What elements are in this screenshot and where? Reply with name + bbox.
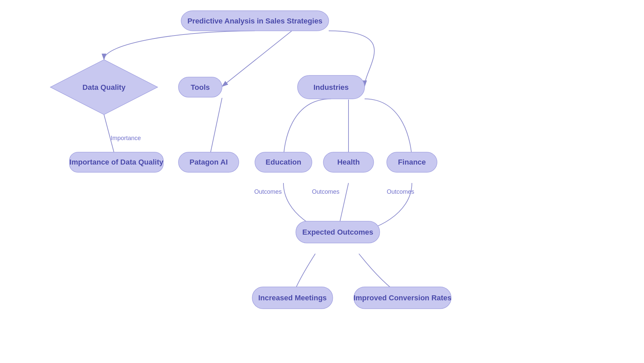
edge-label-outcomes-finance: Outcomes <box>387 188 414 195</box>
edge-root-tools <box>222 31 292 86</box>
node-expected-outcomes-label: Expected Outcomes <box>302 228 373 236</box>
edge-label-importance: Importance <box>111 135 141 141</box>
node-finance-label: Finance <box>398 158 426 166</box>
node-importance-label: Importance of Data Quality <box>69 158 164 166</box>
node-root-label: Predictive Analysis in Sales Strategies <box>187 17 323 25</box>
node-patagonai-label: Patagon AI <box>190 158 228 166</box>
node-improved-conversion-label: Improved Conversion Rates <box>354 294 451 302</box>
node-health-label: Health <box>337 158 360 166</box>
node-tools-label: Tools <box>191 83 210 92</box>
node-increased-meetings-label: Increased Meetings <box>258 294 327 302</box>
edge-label-outcomes-education: Outcomes <box>254 188 282 195</box>
edge-label-outcomes-health: Outcomes <box>312 188 339 195</box>
node-industries-label: Industries <box>313 83 348 92</box>
edge-root-dataquality <box>104 31 255 60</box>
node-dataquality-label: Data Quality <box>83 83 126 92</box>
node-education-label: Education <box>266 158 301 166</box>
